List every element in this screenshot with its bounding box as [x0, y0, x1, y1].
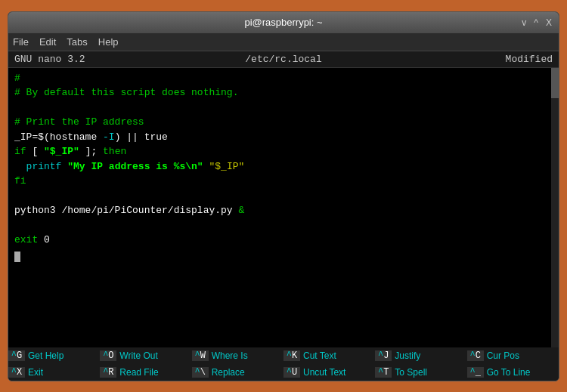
shortcut-row-2: ^X Exit ^R Read File ^\ Replace ^U Uncut… — [8, 364, 559, 381]
shortcut-justify: ^J Justify — [375, 347, 466, 364]
shortcut-where-is: ^W Where Is — [192, 347, 284, 364]
editor-area[interactable]: # # By default this script does nothing.… — [8, 68, 559, 347]
label-replace: Replace — [209, 367, 245, 378]
key-j: ^J — [375, 350, 392, 361]
shortcut-cur-pos: ^C Cur Pos — [467, 347, 559, 364]
label-to-spell: To Spell — [392, 367, 427, 378]
line-3: # Print the IP address — [14, 115, 553, 130]
line-7: fi — [14, 174, 553, 189]
label-exit: Exit — [25, 367, 43, 378]
line-blank-3 — [14, 218, 553, 233]
line-2: # By default this script does nothing. — [14, 85, 553, 100]
key-r: ^R — [100, 367, 116, 378]
key-o: ^O — [100, 350, 116, 361]
window-title: pi@raspberrypi: ~ — [244, 17, 322, 28]
key-backslash: ^\ — [192, 367, 209, 378]
scrollbar[interactable] — [551, 68, 559, 347]
key-c: ^C — [467, 350, 484, 361]
menu-tabs[interactable]: Tabs — [67, 36, 87, 48]
window-controls: v ^ X — [519, 17, 554, 28]
key-k: ^K — [284, 350, 300, 361]
line-blank-1 — [14, 100, 553, 116]
key-g: ^G — [8, 350, 25, 361]
maximize-button[interactable]: ^ — [531, 17, 541, 28]
line-1: # — [14, 71, 553, 86]
shortcut-go-to-line: ^_ Go To Line — [467, 364, 559, 381]
key-underscore: ^_ — [467, 367, 484, 378]
nano-filename: /etc/rc.local — [149, 54, 418, 65]
line-4: _IP=$(hostname -I) || true — [14, 130, 553, 145]
shortcut-exit: ^X Exit — [8, 364, 100, 381]
nano-modified: Modified — [418, 54, 553, 65]
menu-bar: File Edit Tabs Help — [8, 33, 559, 51]
shortcut-write-out: ^O Write Out — [100, 347, 191, 364]
key-u: ^U — [284, 367, 300, 378]
nano-header: GNU nano 3.2 /etc/rc.local Modified — [8, 51, 559, 68]
shortcut-cut-text: ^K Cut Text — [284, 347, 375, 364]
label-cut-text: Cut Text — [300, 350, 336, 361]
shortcut-uncut-text: ^U Uncut Text — [284, 364, 375, 381]
label-uncut-text: Uncut Text — [300, 367, 345, 378]
shortcut-to-spell: ^T To Spell — [375, 364, 466, 381]
minimize-button[interactable]: v — [519, 17, 528, 28]
scrollbar-thumb — [551, 68, 559, 98]
shortcut-bar: ^G Get Help ^O Write Out ^W Where Is ^K … — [8, 347, 559, 381]
shortcut-replace: ^\ Replace — [192, 364, 284, 381]
key-w: ^W — [192, 350, 209, 361]
label-write-out: Write Out — [116, 350, 157, 361]
menu-help[interactable]: Help — [98, 36, 119, 48]
nano-version: GNU nano 3.2 — [14, 54, 149, 65]
shortcut-row-1: ^G Get Help ^O Write Out ^W Where Is ^K … — [8, 347, 559, 364]
label-justify: Justify — [392, 350, 420, 361]
line-cursor — [14, 248, 553, 263]
label-read-file: Read File — [116, 367, 158, 378]
line-9: exit 0 — [14, 233, 553, 248]
close-button[interactable]: X — [544, 17, 554, 28]
line-blank-2 — [14, 189, 553, 204]
line-6: printf "My IP address is %s\n" "$_IP" — [14, 159, 553, 174]
menu-edit[interactable]: Edit — [39, 36, 56, 48]
label-get-help: Get Help — [25, 350, 64, 361]
title-bar: pi@raspberrypi: ~ v ^ X — [8, 12, 559, 33]
key-t: ^T — [375, 367, 392, 378]
line-5: if [ "$_IP" ]; then — [14, 144, 553, 159]
label-cur-pos: Cur Pos — [484, 350, 519, 361]
key-x: ^X — [8, 367, 25, 378]
terminal-window: pi@raspberrypi: ~ v ^ X File Edit Tabs H… — [8, 11, 559, 381]
label-where-is: Where Is — [209, 350, 248, 361]
menu-file[interactable]: File — [13, 36, 29, 48]
label-go-to-line: Go To Line — [484, 367, 531, 378]
shortcut-get-help: ^G Get Help — [8, 347, 100, 364]
shortcut-read-file: ^R Read File — [100, 364, 191, 381]
line-8: python3 /home/pi/PiCounter/display.py & — [14, 203, 553, 218]
